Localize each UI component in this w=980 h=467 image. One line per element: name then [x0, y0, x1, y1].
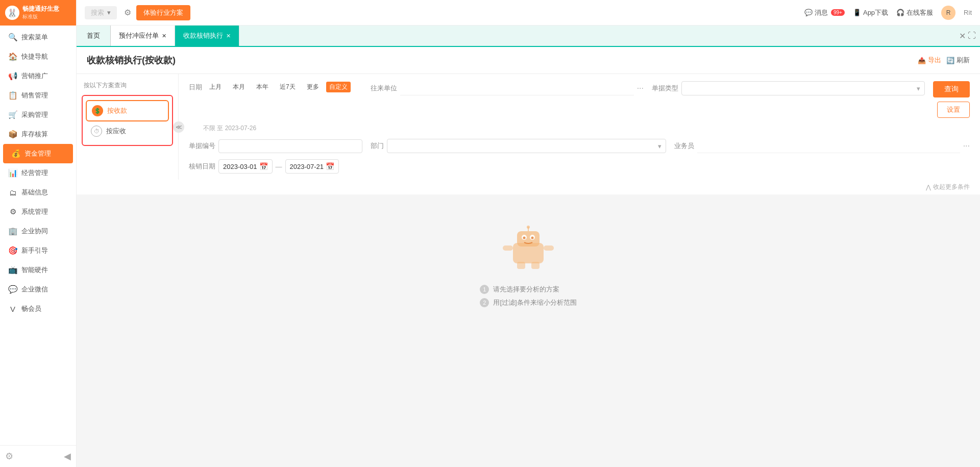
- sidebar-item-label-newbie: 新手引导: [21, 246, 48, 255]
- verify-date-end-input[interactable]: 2023-07-21 📅: [285, 159, 339, 174]
- sidebar-item-label-member: 畅会员: [21, 304, 41, 313]
- service-action[interactable]: 🎧 在线客服: [896, 8, 933, 17]
- sidebar-item-inventory[interactable]: 📦库存核算: [0, 125, 76, 144]
- receivable-icon: ⏱: [91, 126, 102, 137]
- tab-prepay[interactable]: 预付冲应付单 ✕: [111, 26, 175, 46]
- sidebar-item-enterprise[interactable]: 🏢企业协同: [0, 222, 76, 241]
- staff-more-btn[interactable]: ···: [963, 141, 970, 151]
- date-field: 日期 上月 本月 本年 近7天 更多 自定义: [189, 81, 362, 93]
- message-badge: 99+: [831, 9, 845, 16]
- header-search-area: 搜索 ▾: [85, 6, 117, 19]
- sidebar-item-marketing[interactable]: 📢营销推广: [0, 66, 76, 86]
- solution-button[interactable]: 体验行业方案: [136, 5, 190, 20]
- svg-rect-10: [517, 262, 525, 269]
- verify-date-field: 核销日期 2023-03-01 📅 — 2023-07-21 📅: [189, 159, 362, 174]
- verify-date-end-calendar-icon[interactable]: 📅: [326, 162, 334, 170]
- query-button[interactable]: 查询: [933, 81, 970, 97]
- sidebar-item-label-enterprise: 企业协同: [21, 227, 48, 236]
- doc-type-select[interactable]: ▾: [681, 81, 925, 95]
- tab-prepay-label: 预付冲应付单: [119, 31, 159, 40]
- svg-rect-9: [544, 245, 554, 251]
- maximize-tab-icon[interactable]: ⛶: [968, 31, 976, 40]
- tab-home[interactable]: 首页: [77, 26, 111, 46]
- staff-field: 业务员 ···: [674, 139, 970, 153]
- tab-collection[interactable]: 收款核销执行 ✕: [175, 26, 239, 46]
- page-title: 收款核销执行(按收款): [87, 54, 176, 73]
- sidebar-item-finance[interactable]: 💰资金管理: [3, 144, 73, 163]
- date-this-year[interactable]: 本年: [252, 81, 273, 93]
- sidebar-item-hardware[interactable]: 📺智能硬件: [0, 260, 76, 280]
- filter-by-receipt[interactable]: 💲 按收款: [86, 100, 169, 121]
- filter-area: 按以下方案查询 💲 按收款 ⏱ 按应收 ≪: [77, 74, 980, 180]
- tab-bar: 首页 预付冲应付单 ✕ 收款核销执行 ✕ ✕ ⛶: [77, 26, 980, 47]
- tab-prepay-close[interactable]: ✕: [162, 33, 166, 39]
- top-header: 搜索 ▾ ⚙ 体验行业方案 💬 消息 99+ 📱 App下载 🎧 在线客服 R …: [77, 0, 980, 26]
- collapse-more-bar[interactable]: ⋀ 收起更多条件: [77, 180, 980, 194]
- collapse-filter-sidebar[interactable]: ≪: [173, 121, 184, 133]
- date-more[interactable]: 更多: [303, 81, 323, 93]
- query-col: 查询 设置: [933, 81, 970, 118]
- setting-button[interactable]: 设置: [937, 102, 970, 118]
- export-icon: 📤: [918, 57, 926, 64]
- purchase-icon: 🛒: [8, 110, 17, 119]
- sidebar-item-wechat[interactable]: 💬企业微信: [0, 280, 76, 299]
- sidebar-item-quick[interactable]: 🏠快捷导航: [0, 47, 76, 66]
- export-button[interactable]: 📤 导出: [918, 56, 941, 65]
- search-icon: 🔍: [8, 33, 17, 42]
- message-action[interactable]: 💬 消息 99+: [804, 8, 845, 17]
- sidebar-item-label-sales: 销售管理: [21, 91, 48, 100]
- app-version: 标准版: [22, 13, 59, 20]
- verify-date-start-input[interactable]: 2023-03-01 📅: [218, 159, 273, 174]
- tab-collection-close[interactable]: ✕: [226, 33, 231, 39]
- filter-sidebar-title: 按以下方案查询: [82, 81, 173, 90]
- settings-icon[interactable]: ⚙: [5, 451, 13, 462]
- sidebar-item-member[interactable]: V畅会员: [0, 299, 76, 318]
- sidebar-item-purchase[interactable]: 🛒采购管理: [0, 105, 76, 125]
- app-download-action[interactable]: 📱 App下载: [853, 8, 888, 17]
- date-label: 日期: [189, 83, 202, 92]
- doc-no-input[interactable]: [218, 139, 362, 153]
- verify-date-start-calendar-icon[interactable]: 📅: [259, 162, 268, 170]
- header-gear-icon[interactable]: ⚙: [124, 8, 131, 17]
- app-icon: 📱: [853, 9, 861, 16]
- filter-by-receivable[interactable]: ⏱ 按应收: [86, 121, 169, 141]
- user-avatar: R: [941, 6, 955, 20]
- logo-icon: 🐰: [5, 6, 19, 20]
- sidebar-item-sales[interactable]: 📋销售管理: [0, 86, 76, 105]
- date-7days[interactable]: 近7天: [276, 81, 300, 93]
- hint-num-2: 2: [480, 298, 489, 307]
- enterprise-icon: 🏢: [8, 227, 17, 236]
- finance-icon: 💰: [11, 149, 20, 158]
- page-header-actions: 📤 导出 🔄 刷新: [918, 56, 970, 72]
- close-tab-icon[interactable]: ✕: [959, 31, 966, 41]
- message-icon: 💬: [804, 9, 813, 16]
- sidebar-item-newbie[interactable]: 🎯新手引导: [0, 241, 76, 260]
- sidebar-item-label-basic: 基础信息: [21, 188, 48, 197]
- inventory-icon: 📦: [8, 130, 17, 139]
- verify-date-label: 核销日期: [189, 162, 215, 171]
- date-this-month[interactable]: 本月: [229, 81, 249, 93]
- empty-hint-1: 1 请先选择要分析的方案: [480, 285, 576, 294]
- dept-select[interactable]: ▾: [387, 139, 666, 153]
- filter-form: 日期 上月 本月 本年 近7天 更多 自定义 往来单位 ···: [179, 74, 980, 180]
- sidebar-item-basic[interactable]: 🗂基础信息: [0, 183, 76, 202]
- refresh-button[interactable]: 🔄 刷新: [946, 56, 970, 65]
- dept-label: 部门: [371, 141, 384, 151]
- partner-more-btn[interactable]: ···: [637, 84, 644, 93]
- filter-row-1: 日期 上月 本月 本年 近7天 更多 自定义 往来单位 ···: [189, 81, 970, 118]
- sidebar-item-operation[interactable]: 📊经营管理: [0, 163, 76, 183]
- service-label: 在线客服: [906, 8, 933, 17]
- sidebar-item-system[interactable]: ⚙系统管理: [0, 202, 76, 222]
- header-actions: 💬 消息 99+ 📱 App下载 🎧 在线客服 R Rit: [804, 6, 972, 20]
- header-dropdown-icon[interactable]: ▾: [107, 9, 111, 16]
- date-custom-badge[interactable]: 自定义: [326, 82, 351, 92]
- collapse-label: 收起更多条件: [933, 183, 970, 191]
- date-last-month[interactable]: 上月: [205, 81, 226, 93]
- dept-field: 部门 ▾: [371, 139, 666, 153]
- sidebar-item-search[interactable]: 🔍搜索菜单: [0, 28, 76, 47]
- doc-type-label: 单据类型: [652, 84, 678, 93]
- collapse-sidebar-icon[interactable]: ◀: [64, 451, 71, 462]
- member-icon: V: [8, 305, 17, 313]
- sidebar-item-label-wechat: 企业微信: [21, 285, 48, 294]
- refresh-icon: 🔄: [946, 57, 954, 64]
